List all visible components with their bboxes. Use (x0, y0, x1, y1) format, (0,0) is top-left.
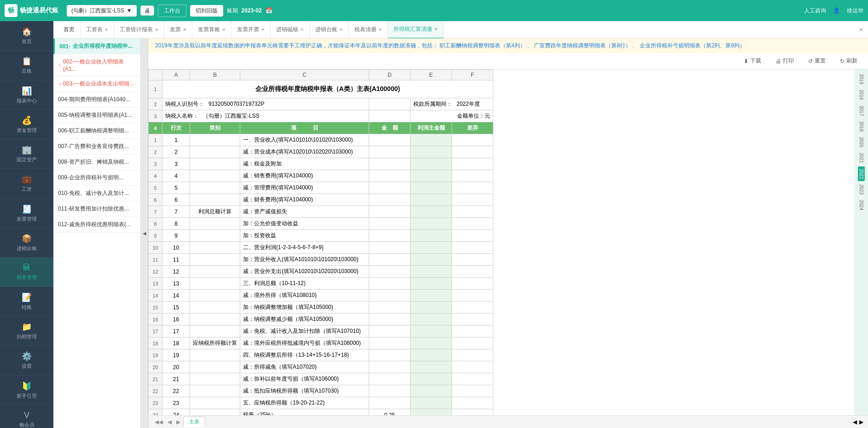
scroll-right-icon[interactable]: ▶ (859, 419, 863, 425)
row-profit[interactable] (411, 302, 452, 314)
row-amount[interactable] (369, 254, 411, 266)
row-item[interactable]: 税率（25%） (240, 409, 369, 416)
print-btn[interactable]: 🖨 打印 (772, 56, 798, 66)
row-amount[interactable] (369, 230, 411, 242)
warning-link-1[interactable]: 职工薪酬纳税调整明细表（第4列） (440, 42, 526, 49)
tab-purchase-ledger-close[interactable]: ✕ (339, 27, 343, 32)
row-amount[interactable] (369, 146, 411, 158)
reset-btn[interactable]: ↺ 重置 (804, 56, 829, 66)
year-2024[interactable]: 2024 (858, 198, 865, 212)
tab-income-tax[interactable]: 所得税汇算清缴 ✕ (388, 21, 444, 39)
row-diff[interactable] (452, 158, 493, 170)
sidebar-item-purchase[interactable]: 📦 进销台账 (0, 228, 53, 257)
row-diff[interactable] (452, 314, 493, 325)
sidebar-item-assets[interactable]: 🏢 固定资产 (0, 139, 53, 169)
company-selector[interactable]: (勾删）江西服宝-LSS ▼ (67, 5, 137, 17)
row-item[interactable]: 加：公允价值变动收益 (240, 218, 369, 230)
row-amount[interactable] (369, 158, 411, 170)
row-amount[interactable] (369, 134, 411, 146)
row-diff[interactable] (452, 302, 493, 314)
scroll-left-icon[interactable]: ◀ (853, 419, 857, 425)
tab-bar-close[interactable]: ✕ (859, 27, 868, 33)
print-icon-btn[interactable]: 🖨 (140, 6, 154, 16)
year-2022[interactable]: 2022 (858, 166, 865, 181)
row-amount[interactable] (369, 206, 411, 218)
form-list-item-007[interactable]: 007-广告费和业务宣传费跌... (53, 139, 140, 154)
row-profit[interactable] (411, 361, 452, 373)
row-diff[interactable] (452, 361, 493, 373)
warning-link-2[interactable]: 广宣费跌年度纳税调整明细表（第8行） (534, 42, 631, 49)
row-amount[interactable] (369, 361, 411, 373)
row-diff[interactable] (452, 218, 493, 230)
form-list-item-010[interactable]: 010-免税、减计收入及加计... (53, 186, 140, 201)
row-diff[interactable] (452, 325, 493, 337)
row-item[interactable]: 减：营业成本(填写A102010\102020\103000) (240, 146, 369, 158)
row-diff[interactable] (452, 230, 493, 242)
row-item[interactable]: 减：弥补以前年度亏损（填写A106000) (240, 373, 369, 385)
sidebar-item-reports[interactable]: 📊 报表中心 (0, 80, 53, 110)
calendar-icon[interactable]: 📅 (266, 7, 272, 14)
row-diff[interactable] (452, 373, 493, 385)
row-amount[interactable] (369, 290, 411, 302)
row-profit[interactable] (411, 385, 452, 397)
sidebar-item-member[interactable]: V 畅会员 (0, 405, 53, 428)
work-station-btn[interactable]: 工作台 (158, 5, 186, 17)
year-2019[interactable]: 2019 (858, 72, 865, 86)
form-list-item-005[interactable]: 005-纳税调整项目明细表(A1... (53, 108, 140, 123)
sheet-tab-main[interactable]: 主表 (183, 417, 205, 427)
row-diff[interactable] (452, 337, 493, 349)
row-item[interactable]: 加：营业外收入(填写A101010\101020\103000) (240, 254, 369, 266)
row-diff[interactable] (452, 397, 493, 409)
row-item[interactable]: 减：境外应税所得抵减境内亏损（填写A108000) (240, 337, 369, 349)
row-item[interactable]: 减：抵扣应纳税所得额（填写A107030) (240, 385, 369, 397)
sidebar-item-payroll[interactable]: 💼 工资 (0, 169, 53, 198)
row-profit[interactable] (411, 290, 452, 302)
row-amount[interactable] (369, 385, 411, 397)
row-profit[interactable] (411, 409, 452, 416)
row-diff[interactable] (452, 182, 493, 194)
form-list-item-003[interactable]: ○ 003-一般企业成本支出明细... (53, 76, 140, 92)
row-diff[interactable] (452, 266, 493, 278)
refresh-btn[interactable]: ↻ 刷新 (836, 56, 861, 66)
user-service-btn[interactable]: 人工咨询 (804, 7, 826, 15)
tab-payroll-close[interactable]: ✕ (104, 27, 108, 32)
row-amount[interactable] (369, 266, 411, 278)
tab-fapiao-calc-close[interactable]: ✕ (222, 27, 226, 32)
form-list-item-004[interactable]: 004-期间费用明细表(A1040... (53, 92, 140, 108)
sidebar-item-ledger[interactable]: 📋 总账 (0, 51, 53, 80)
row-profit[interactable] (411, 206, 452, 218)
row-diff[interactable] (452, 134, 493, 146)
year-2021[interactable]: 2021 (858, 150, 865, 165)
form-list-item-002[interactable]: ○ 002-一般企业收入明细表(A1... (53, 54, 140, 76)
row-diff[interactable] (452, 278, 493, 290)
switch-version-btn[interactable]: 切到旧版 (190, 5, 223, 17)
year-2017[interactable]: 2017 (858, 103, 865, 118)
row-profit[interactable] (411, 397, 452, 409)
row-diff[interactable] (452, 290, 493, 302)
row-item[interactable]: 五、应纳税所得额（19-20-21-22) (240, 397, 369, 409)
sidebar-item-invoice[interactable]: 🧾 发票管理 (0, 199, 53, 228)
form-list-item-011[interactable]: 011-研发费用加计扣除优惠... (53, 201, 140, 217)
row-amount[interactable]: 0.25 (369, 409, 411, 416)
row-profit[interactable] (411, 230, 452, 242)
row-diff[interactable] (452, 146, 493, 158)
tab-purchase-check-close[interactable]: ✕ (300, 27, 304, 32)
row-item[interactable]: 一、营业收入(填写A101010\101020\103000) (240, 134, 369, 146)
row-amount[interactable] (369, 314, 411, 325)
row-diff[interactable] (452, 409, 493, 416)
row-amount[interactable] (369, 325, 411, 337)
year-2020[interactable]: 2020 (858, 135, 865, 149)
sidebar-item-home[interactable]: 🏠 首页 (0, 21, 53, 51)
row-item[interactable]: 减：管理费用(填写A104000) (240, 182, 369, 194)
row-item[interactable]: 加：投资收益 (240, 230, 369, 242)
row-amount[interactable] (369, 337, 411, 349)
sidebar-item-funds[interactable]: 💰 资金管理 (0, 110, 53, 139)
row-amount[interactable] (369, 349, 411, 361)
sheet-nav-prev[interactable]: ◀ (166, 419, 174, 425)
row-amount[interactable] (369, 397, 411, 409)
row-profit[interactable] (411, 314, 452, 325)
row-amount[interactable] (369, 218, 411, 230)
warning-link-3[interactable]: 企业所得税补亏损明细表（第2列、第8列） (640, 42, 745, 49)
row-item[interactable]: 减：所得减免（填写A107020) (240, 361, 369, 373)
tab-fapiao[interactable]: 发票 ✕ (164, 21, 192, 39)
